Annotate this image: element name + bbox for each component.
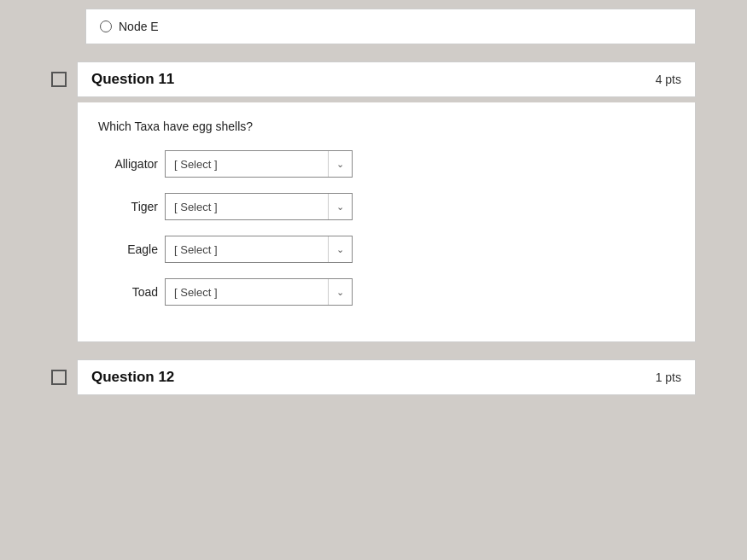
taxa-row-toad: Toad [ Select ] ⌄ (98, 278, 674, 306)
taxa-label-toad: Toad (98, 285, 158, 299)
question-11-header: Question 11 4 pts (51, 61, 696, 97)
question-11-title-bar: Question 11 4 pts (77, 61, 696, 97)
chevron-down-icon-eagle: ⌄ (328, 236, 352, 262)
question-11-body: Which Taxa have egg shells? Alligator [ … (77, 102, 696, 342)
question-12-header: Question 12 1 pts (51, 359, 696, 395)
page-wrapper: Node E Question 11 4 pts Which Taxa have… (0, 0, 747, 560)
taxa-label-alligator: Alligator (98, 157, 158, 171)
question-12-checkbox[interactable] (51, 370, 67, 385)
question-11-prompt: Which Taxa have egg shells? (98, 120, 674, 133)
chevron-down-icon-tiger: ⌄ (328, 194, 352, 219)
question-11-pts: 4 pts (656, 73, 681, 86)
taxa-label-tiger: Tiger (98, 200, 158, 213)
taxa-select-toad[interactable]: [ Select ] ⌄ (165, 278, 353, 306)
taxa-select-text-toad: [ Select ] (166, 286, 328, 299)
taxa-select-eagle[interactable]: [ Select ] ⌄ (165, 236, 353, 263)
node-e-section: Node E (85, 9, 696, 44)
taxa-row-tiger: Tiger [ Select ] ⌄ (98, 193, 674, 220)
taxa-row-alligator: Alligator [ Select ] ⌄ (98, 150, 674, 178)
question-11-checkbox[interactable] (51, 72, 67, 87)
taxa-select-text-eagle: [ Select ] (166, 243, 328, 256)
question-12-title: Question 12 (91, 369, 174, 386)
question-12-title-bar: Question 12 1 pts (77, 359, 696, 395)
taxa-select-text-tiger: [ Select ] (166, 201, 328, 213)
node-e-radio[interactable] (100, 20, 112, 32)
node-e-label: Node E (119, 20, 159, 33)
question-12-pts: 1 pts (656, 370, 681, 384)
taxa-select-tiger[interactable]: [ Select ] ⌄ (165, 193, 353, 220)
taxa-select-alligator[interactable]: [ Select ] ⌄ (165, 150, 353, 178)
node-e-option: Node E (100, 20, 681, 33)
taxa-select-text-alligator: [ Select ] (166, 158, 328, 171)
chevron-down-icon-alligator: ⌄ (328, 151, 352, 177)
question-12-block: Question 12 1 pts (51, 359, 696, 395)
question-11-title: Question 11 (91, 71, 174, 88)
question-11-block: Question 11 4 pts Which Taxa have egg sh… (51, 61, 696, 342)
taxa-label-eagle: Eagle (98, 242, 158, 256)
chevron-down-icon-toad: ⌄ (328, 279, 352, 305)
taxa-row-eagle: Eagle [ Select ] ⌄ (98, 236, 674, 263)
